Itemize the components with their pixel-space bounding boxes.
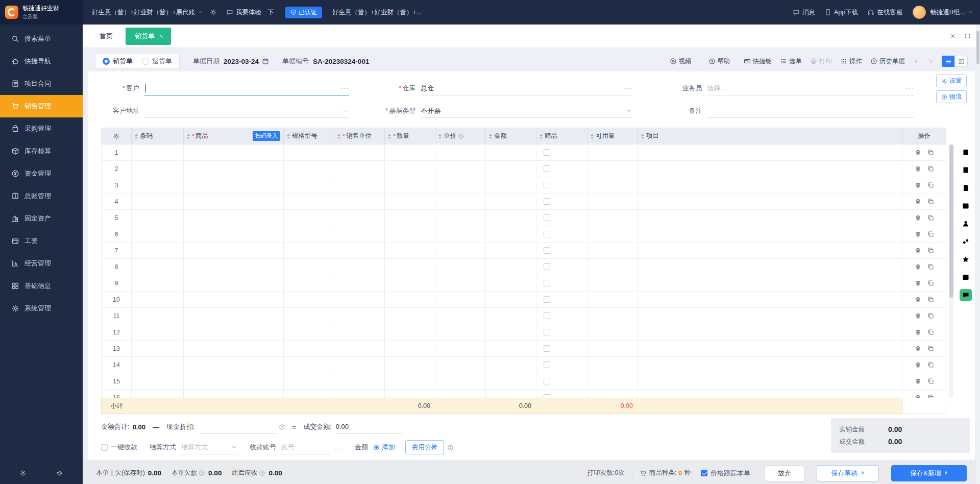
cell-product[interactable]	[184, 357, 284, 373]
cell-barcode[interactable]	[132, 390, 184, 398]
cell-project[interactable]	[638, 161, 902, 177]
remark-input[interactable]	[707, 104, 914, 118]
copy-row-icon[interactable]	[927, 263, 934, 270]
cell-price[interactable]	[435, 243, 486, 258]
cell-spec[interactable]	[284, 210, 334, 226]
cell-available[interactable]	[587, 292, 638, 307]
sidebar-item-home[interactable]: 快捷导航	[0, 50, 83, 72]
cell-qty[interactable]	[385, 308, 435, 324]
table-row-6[interactable]: 6	[102, 226, 946, 243]
cell-amount[interactable]	[486, 308, 536, 324]
table-row-3[interactable]: 3	[102, 177, 946, 193]
cell-barcode[interactable]	[132, 357, 184, 373]
cell-product[interactable]	[184, 308, 284, 324]
delete-row-icon[interactable]	[915, 296, 921, 303]
delete-row-icon[interactable]	[915, 165, 921, 172]
gift-checkbox[interactable]	[544, 329, 550, 335]
online-service-button[interactable]: 在线客服	[867, 8, 902, 17]
cell-available[interactable]	[587, 341, 638, 356]
column-settings-button[interactable]	[102, 128, 132, 144]
cell-unit[interactable]	[334, 226, 385, 242]
share-help-icon[interactable]	[447, 444, 454, 451]
copy-row-icon[interactable]	[927, 214, 934, 221]
account-menu[interactable]: 畅捷通B组...	[930, 8, 973, 17]
cell-project[interactable]	[638, 275, 902, 291]
cell-spec[interactable]	[284, 390, 334, 398]
workspace-settings-icon[interactable]	[210, 9, 217, 16]
cell-product[interactable]	[184, 161, 284, 177]
view-list-toggle[interactable]	[942, 56, 955, 67]
sort-icon[interactable]	[187, 134, 190, 139]
sidebar-item-search[interactable]: 搜索菜单	[0, 28, 83, 50]
scrollbar-thumb[interactable]	[949, 144, 953, 298]
cell-project[interactable]	[638, 243, 902, 258]
cell-amount[interactable]	[486, 373, 536, 389]
cell-available[interactable]	[587, 275, 638, 291]
table-row-8[interactable]: 8	[102, 259, 946, 275]
settings-icon[interactable]	[19, 470, 27, 477]
tab-sales-order[interactable]: 销货单	[126, 28, 171, 45]
copy-row-icon[interactable]	[927, 378, 934, 384]
sort-icon[interactable]	[489, 134, 492, 139]
cell-unit[interactable]	[334, 275, 385, 291]
sort-icon[interactable]	[641, 134, 644, 139]
cell-amount[interactable]	[486, 275, 536, 291]
table-row-15[interactable]: 15	[102, 373, 946, 390]
column-header-price[interactable]: 单价	[435, 128, 486, 144]
cell-available[interactable]	[587, 177, 638, 193]
print-button[interactable]: 打印	[810, 57, 832, 66]
cell-amount[interactable]	[486, 259, 536, 275]
cell-price[interactable]	[435, 144, 486, 160]
invoice-type-select[interactable]: 不开票	[421, 104, 632, 118]
avatar[interactable]	[913, 6, 926, 19]
cell-project[interactable]	[638, 259, 902, 275]
delete-row-icon[interactable]	[915, 263, 921, 270]
cell-price[interactable]	[435, 259, 486, 275]
quick-receipt-checkbox[interactable]: 一键收款	[101, 443, 137, 452]
chevron-down-icon[interactable]	[626, 108, 632, 114]
calendar-tool-icon[interactable]	[960, 200, 972, 212]
cell-barcode[interactable]	[132, 373, 184, 389]
cell-spec[interactable]	[284, 341, 334, 356]
radio-return-order[interactable]: 退货单	[142, 57, 172, 66]
cell-qty[interactable]	[385, 390, 435, 398]
view-split-toggle[interactable]	[954, 56, 968, 67]
delete-row-icon[interactable]	[915, 198, 921, 205]
pick-order-button[interactable]: 选单	[780, 57, 802, 66]
gift-checkbox[interactable]	[544, 165, 550, 172]
radio-sales-order[interactable]: 销货单	[103, 57, 133, 66]
cell-unit[interactable]	[334, 161, 385, 177]
address-input[interactable]: ···	[144, 104, 349, 118]
cell-available[interactable]	[587, 373, 638, 389]
sort-icon[interactable]	[540, 134, 543, 139]
app-logo[interactable]: 畅捷通好业财 普及版	[0, 0, 83, 25]
scan-entry-button[interactable]: 扫码录入	[253, 131, 280, 141]
cell-product[interactable]	[184, 226, 284, 242]
save-draft-button[interactable]: 保存草稿∧	[817, 465, 879, 481]
delete-row-icon[interactable]	[915, 361, 921, 368]
cell-qty[interactable]	[385, 144, 435, 160]
experience-link[interactable]: 我要体验一下	[226, 8, 274, 17]
cell-price[interactable]	[435, 292, 486, 307]
cell-product[interactable]	[184, 275, 284, 291]
cell-product[interactable]	[184, 177, 284, 193]
table-scrollbar[interactable]	[949, 144, 953, 398]
cell-product[interactable]	[184, 292, 284, 307]
doc-date-value[interactable]: 2023-03-24	[224, 58, 259, 65]
discount-help-icon[interactable]	[279, 424, 285, 430]
cell-project[interactable]	[638, 373, 902, 389]
copy-row-icon[interactable]	[927, 296, 934, 303]
column-header-spec[interactable]: 规格型号	[284, 128, 334, 144]
cell-qty[interactable]	[385, 161, 435, 177]
delete-row-icon[interactable]	[915, 312, 921, 319]
delete-row-icon[interactable]	[915, 149, 921, 156]
cell-amount[interactable]	[486, 390, 536, 398]
cell-project[interactable]	[638, 193, 902, 209]
cell-barcode[interactable]	[132, 226, 184, 242]
app-download-button[interactable]: App下载	[824, 8, 858, 17]
copy-row-icon[interactable]	[927, 312, 934, 319]
sort-icon[interactable]	[591, 134, 594, 139]
cell-unit[interactable]	[334, 324, 385, 340]
copy-row-icon[interactable]	[927, 247, 934, 254]
info-icon[interactable]	[458, 133, 464, 139]
